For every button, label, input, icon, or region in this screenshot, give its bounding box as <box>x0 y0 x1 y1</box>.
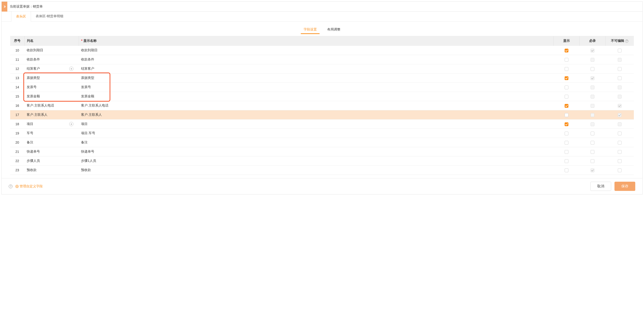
checkbox-show[interactable] <box>564 141 568 144</box>
add-sub-field-button[interactable]: + <box>69 122 74 126</box>
checkbox-required <box>590 86 594 89</box>
checkbox-show[interactable] <box>564 132 568 135</box>
checkbox-required <box>590 113 594 117</box>
table-row[interactable]: 16客户.主联系人电话客户.主联系人电话 <box>10 101 634 110</box>
cell-displayname[interactable]: 发票号 <box>79 83 554 92</box>
cell-required <box>580 147 606 156</box>
checkbox-show[interactable] <box>564 67 568 71</box>
table-row[interactable]: 14发票号发票号 <box>10 83 634 92</box>
table-row[interactable]: 11收款条件收款条件 <box>10 55 634 64</box>
checkbox-show[interactable] <box>564 49 568 52</box>
checkbox-readonly[interactable] <box>618 150 622 154</box>
add-sub-field-button[interactable]: + <box>69 66 74 71</box>
cell-displayname[interactable]: 客户.主联系人 <box>79 110 554 120</box>
table-row[interactable]: 15发票金额发票金额 <box>10 92 634 101</box>
manage-custom-fields-link[interactable]: 管理自定义字段 <box>15 184 43 188</box>
checkbox-required <box>590 95 594 98</box>
checkbox-readonly[interactable] <box>618 67 622 71</box>
checkbox-required[interactable] <box>590 141 594 144</box>
cell-displayname[interactable]: 票据类型 <box>79 74 554 83</box>
checkbox-show[interactable] <box>564 122 568 126</box>
checkbox-show[interactable] <box>564 86 568 89</box>
table-row[interactable]: 10收款到期日收款到期日 <box>10 46 634 55</box>
table-wrap: 序号 列名 *显示名称 显示 必录 不可编辑? 10收款到期日收款到期日11收款… <box>2 34 642 175</box>
expand-toggle[interactable] <box>2 2 7 12</box>
cell-show <box>554 92 580 101</box>
cell-displayname[interactable]: 发票金额 <box>79 92 554 101</box>
checkbox-readonly[interactable] <box>618 132 622 135</box>
main-tab-0[interactable]: 表头区 <box>11 11 31 22</box>
table-row[interactable]: 21快递单号快递单号 <box>10 147 634 156</box>
table-row[interactable]: 23预收款预收款 <box>10 166 634 175</box>
cell-readonly <box>606 147 634 156</box>
checkbox-readonly[interactable] <box>618 159 622 163</box>
cell-colname: 结算客户+ <box>24 64 79 74</box>
table-row[interactable]: 12结算客户+结算客户 <box>10 64 634 74</box>
table-row[interactable]: 18项目+项目 <box>10 120 634 129</box>
cell-displayname[interactable]: 项目 <box>79 120 554 129</box>
cell-show <box>554 138 580 147</box>
help-icon[interactable]: ? <box>9 184 12 188</box>
checkbox-show[interactable] <box>564 159 568 163</box>
cell-seq: 19 <box>10 129 24 138</box>
checkbox-readonly[interactable] <box>618 168 622 172</box>
checkbox-readonly[interactable] <box>618 76 622 80</box>
checkbox-required[interactable] <box>590 132 594 135</box>
checkbox-show[interactable] <box>564 104 568 108</box>
cell-displayname[interactable]: 客户.主联系人电话 <box>79 101 554 110</box>
cell-required <box>580 166 606 175</box>
cell-readonly <box>606 46 634 55</box>
table-row[interactable]: 17客户.主联系人客户.主联系人 <box>10 110 634 120</box>
cell-displayname[interactable]: 预收款 <box>79 166 554 175</box>
checkbox-show[interactable] <box>564 58 568 62</box>
cell-displayname[interactable]: 步骤1人员 <box>79 156 554 166</box>
checkbox-readonly[interactable] <box>618 141 622 144</box>
cell-seq: 11 <box>10 55 24 64</box>
cell-show <box>554 55 580 64</box>
main-tab-1[interactable]: 表体区-销货单明细 <box>31 11 68 22</box>
cell-show <box>554 156 580 166</box>
cell-readonly <box>606 101 634 110</box>
cell-displayname[interactable]: 收款条件 <box>79 55 554 64</box>
checkbox-show[interactable] <box>564 150 568 154</box>
cell-seq: 15 <box>10 92 24 101</box>
table-row[interactable]: 22步骤人员步骤1人员 <box>10 156 634 166</box>
cell-displayname[interactable]: 收款到期日 <box>79 46 554 55</box>
table-row[interactable]: 19车号项目.车号 <box>10 129 634 138</box>
col-header-show: 显示 <box>554 36 580 46</box>
cell-required <box>580 64 606 74</box>
cell-readonly <box>606 110 634 120</box>
checkbox-show[interactable] <box>564 168 568 172</box>
checkbox-required[interactable] <box>590 67 594 71</box>
cell-displayname[interactable]: 项目.车号 <box>79 129 554 138</box>
cell-show <box>554 83 580 92</box>
cell-show <box>554 46 580 55</box>
help-icon[interactable]: ? <box>625 40 628 43</box>
col-header-required: 必录 <box>580 36 606 46</box>
chevron-right-icon <box>3 5 6 8</box>
checkbox-required[interactable] <box>590 150 594 154</box>
table-row[interactable]: 20备注备注 <box>10 138 634 147</box>
sub-tab-0[interactable]: 字段设置 <box>301 26 320 34</box>
sub-tab-1[interactable]: 布局调整 <box>324 26 343 34</box>
cell-seq: 12 <box>10 64 24 74</box>
cell-colname: 快递单号 <box>24 147 79 156</box>
cell-displayname[interactable]: 快递单号 <box>79 147 554 156</box>
cell-seq: 21 <box>10 147 24 156</box>
cell-displayname[interactable]: 备注 <box>79 138 554 147</box>
checkbox-required[interactable] <box>590 159 594 163</box>
checkbox-show[interactable] <box>564 95 568 98</box>
checkbox-required <box>590 104 594 108</box>
table-row[interactable]: 13票据类型票据类型 <box>10 74 634 83</box>
cell-seq: 10 <box>10 46 24 55</box>
cell-readonly <box>606 138 634 147</box>
cell-colname: 车号 <box>24 129 79 138</box>
checkbox-show[interactable] <box>564 76 568 80</box>
cell-seq: 14 <box>10 83 24 92</box>
checkbox-readonly <box>618 95 622 98</box>
save-button[interactable]: 保存 <box>614 182 635 191</box>
cancel-button[interactable]: 取消 <box>590 182 611 191</box>
cell-displayname[interactable]: 结算客户 <box>79 64 554 74</box>
checkbox-readonly[interactable] <box>618 49 622 52</box>
checkbox-show[interactable] <box>564 113 568 117</box>
